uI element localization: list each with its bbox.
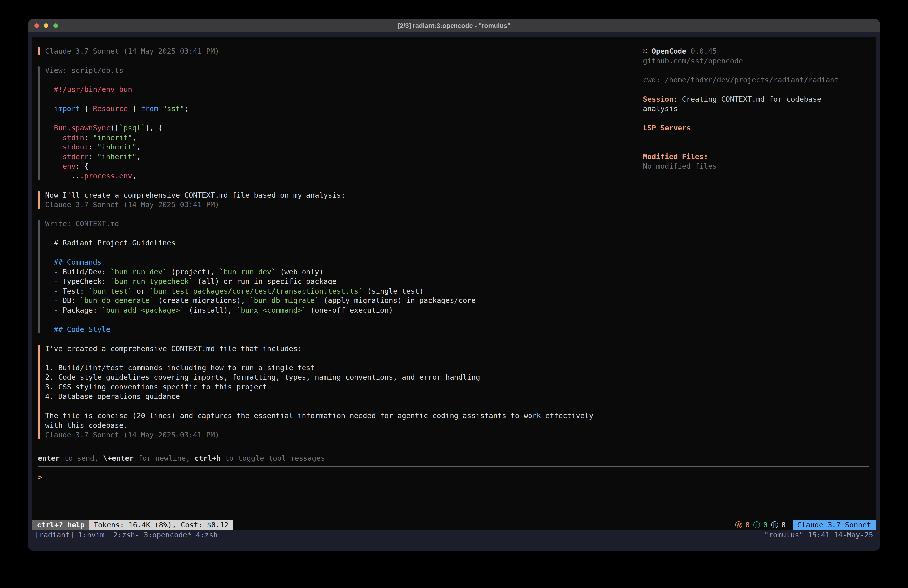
help-keybind[interactable]: ctrl+? help (32, 520, 89, 530)
message-line: # Radiant Project Guidelines (45, 238, 633, 248)
session-line: Session: Creating CONTEXT.md for codebas… (643, 94, 845, 114)
minimize-button[interactable] (44, 23, 48, 28)
message-accent-bar (38, 66, 40, 180)
message-accent-bar (38, 191, 40, 209)
hint-icon: ⓗ (771, 520, 778, 530)
session-label: Session (643, 95, 673, 103)
modified-files-heading: Modified Files: (643, 152, 845, 162)
message-line (45, 114, 633, 123)
message-line (45, 401, 633, 411)
message-line: with this codebase. (45, 420, 633, 430)
message-line (45, 94, 633, 104)
zoom-button[interactable] (53, 23, 58, 28)
session-sidebar: © OpenCode 0.0.45 github.com/sst/opencod… (643, 46, 845, 171)
repo-link: github.com/sst/opencode (643, 56, 845, 66)
app-version: 0.0.45 (686, 47, 717, 55)
tmux-status-bar: [radiant] 1:nvim 2:zsh- 3:opencode* 4:zs… (32, 530, 876, 540)
message-line: The file is concise (20 lines) and captu… (45, 411, 633, 420)
keybinding-hints: enter to send, \+enter for newline, ctrl… (38, 453, 325, 463)
status-bar: ctrl+? helpTokens: 16.4K (8%), Cost: $0.… (32, 520, 876, 530)
message-line: import { Resource } from "sst"; (45, 104, 633, 114)
message-line: - TypeCheck: `bun run typecheck` (all) o… (45, 277, 633, 286)
message-line: Bun.spawnSync([`psql`], { (45, 123, 633, 133)
message-line: - Package: `bun add <package>` (install)… (45, 306, 633, 315)
message-line: stdin: "inherit", (45, 133, 633, 142)
message-line: Write: CONTEXT.md (45, 219, 633, 229)
message-line: env: { (45, 161, 633, 171)
hint-toggle-key: ctrl+h (195, 454, 221, 462)
tokens-cost: Tokens: 16.4K (8%), Cost: $0.12 (89, 520, 233, 530)
message-block: Claude 3.7 Sonnet (14 May 2025 03:41 PM) (38, 46, 633, 56)
window-title: [2/3] radiant:3:opencode - "romulus" (28, 19, 880, 32)
info-icon: ⓘ (753, 520, 760, 530)
message-accent-bar (38, 47, 40, 55)
message-accent-bar (38, 220, 40, 333)
message-line: ...process.env, (45, 171, 633, 181)
tmux-window-list[interactable]: [radiant] 1:nvim 2:zsh- 3:opencode* 4:zs… (35, 530, 217, 540)
info-count: ⓘ0 (753, 520, 768, 530)
model-badge[interactable]: Claude 3.7 Sonnet (793, 520, 876, 530)
message-line: 3. CSS styling conventions specific to t… (45, 382, 633, 392)
message-block: Write: CONTEXT.md # Radiant Project Guid… (38, 219, 633, 334)
message-line: #!/usr/bin/env bun (45, 85, 633, 94)
message-block: Now I'll create a comprehensive CONTEXT.… (38, 190, 633, 209)
message-line: View: script/db.ts (45, 66, 633, 75)
terminal-window: [2/3] radiant:3:opencode - "romulus" Cla… (28, 19, 880, 551)
copyright-icon: © (643, 47, 652, 55)
message-line: 1. Build/lint/test commands including ho… (45, 363, 633, 373)
lsp-servers-heading: LSP Servers (643, 123, 845, 133)
opencode-tui: Claude 3.7 Sonnet (14 May 2025 03:41 PM)… (32, 37, 876, 530)
message-accent-bar (38, 345, 40, 439)
hint-enter-key: enter (38, 454, 60, 462)
message-line (45, 315, 633, 325)
message-line: stderr: "inherit", (45, 152, 633, 162)
warning-icon: ⓦ (735, 520, 742, 530)
message-line: Claude 3.7 Sonnet (14 May 2025 03:41 PM) (45, 46, 633, 56)
message-line: ## Code Style (45, 325, 633, 334)
message-line (45, 353, 633, 363)
message-line: - DB: `bun db generate` (create migratio… (45, 296, 633, 306)
window-titlebar: [2/3] radiant:3:opencode - "romulus" (28, 19, 880, 32)
app-version-line: © OpenCode 0.0.45 (643, 46, 845, 56)
message-line: 4. Database operations guidance (45, 391, 633, 401)
modified-files-empty: No modified files (643, 161, 845, 171)
prompt-symbol: > (38, 473, 42, 482)
input-divider (38, 466, 869, 467)
cwd-line: cwd: /home/thdxr/dev/projects/radiant/ra… (643, 75, 845, 85)
traffic-lights (34, 19, 58, 32)
message-input[interactable]: > (38, 472, 42, 482)
hint-newline-key: \+enter (103, 454, 134, 462)
message-line: - Build/Dev: `bun run dev` (project), `b… (45, 267, 633, 277)
warning-count: ⓦ0 (735, 520, 750, 530)
message-line: I've created a comprehensive CONTEXT.md … (45, 344, 633, 354)
message-line: Now I'll create a comprehensive CONTEXT.… (45, 190, 633, 200)
message-line: 2. Code style guidelines covering import… (45, 372, 633, 382)
message-line (45, 75, 633, 85)
hint-count: ⓗ0 (771, 520, 786, 530)
chat-area[interactable]: Claude 3.7 Sonnet (14 May 2025 03:41 PM)… (38, 46, 633, 449)
message-line: ## Commands (45, 258, 633, 267)
tmux-session-clock: "romulus" 15:41 14-May-25 (765, 530, 873, 540)
message-line: Claude 3.7 Sonnet (14 May 2025 03:41 PM) (45, 430, 633, 440)
message-line: - Test: `bun test` or `bun test packages… (45, 286, 633, 296)
desktop: { "colors": { "background": "#000000", "… (0, 0, 908, 588)
close-button[interactable] (34, 23, 39, 28)
message-block: I've created a comprehensive CONTEXT.md … (38, 344, 633, 440)
message-line: Claude 3.7 Sonnet (14 May 2025 03:41 PM) (45, 200, 633, 209)
message-line: stdout: "inherit", (45, 142, 633, 152)
message-line (45, 248, 633, 258)
message-block: View: script/db.ts #!/usr/bin/env bun im… (38, 66, 633, 180)
app-name: OpenCode (652, 47, 686, 55)
diagnostics: ⓦ0 ⓘ0 ⓗ0 (735, 520, 786, 530)
message-line (45, 229, 633, 238)
